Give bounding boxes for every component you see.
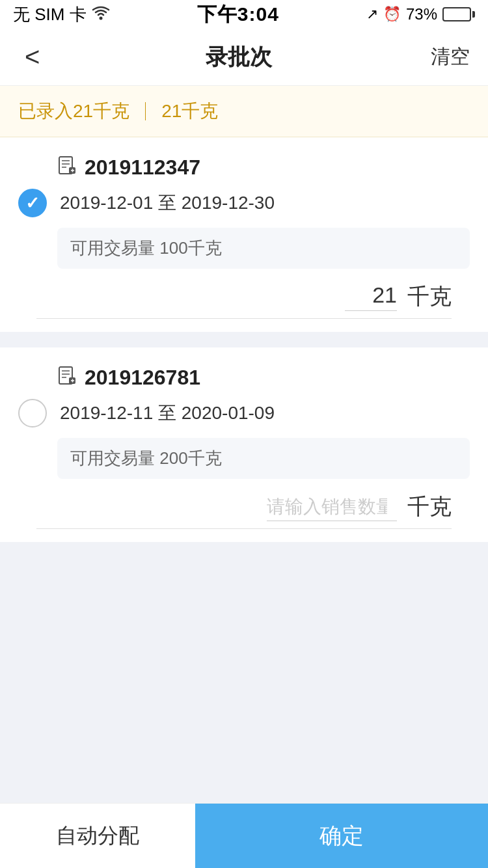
batch-header-2: 2019126781 xyxy=(57,366,470,390)
separator-2 xyxy=(36,528,452,529)
page-title: 录批次 xyxy=(206,42,272,72)
batch-date-2: 2019-12-11 至 2020-01-09 xyxy=(60,401,275,426)
bottom-bar: 自动分配 确定 xyxy=(0,803,488,868)
batch-date-row-2[interactable]: 2019-12-11 至 2020-01-09 xyxy=(18,399,470,427)
batch-date-1: 2019-12-01 至 2019-12-30 xyxy=(60,191,275,215)
status-bar: 无 SIM 卡 下午3:04 ↗ ⏰ 73% xyxy=(0,0,488,29)
wifi-icon xyxy=(92,5,110,25)
batch-doc-icon-2 xyxy=(57,366,77,390)
status-right: ↗ ⏰ 73% xyxy=(366,5,475,23)
batch-date-row-1[interactable]: 2019-12-01 至 2019-12-30 xyxy=(18,189,470,217)
back-button[interactable]: < xyxy=(18,36,46,78)
battery-icon xyxy=(442,7,475,21)
location-icon: ↗ xyxy=(366,6,378,23)
quantity-row-2: 千克 xyxy=(18,479,470,528)
quantity-value-1: 21 xyxy=(345,282,397,311)
confirm-button[interactable]: 确定 xyxy=(195,804,488,868)
summary-value: 21千克 xyxy=(161,99,218,124)
summary-bar: 已录入21千克 21千克 xyxy=(0,86,488,137)
battery-percent: 73% xyxy=(406,5,437,23)
batch-header-1: 2019112347 xyxy=(57,156,470,180)
quantity-unit-2: 千克 xyxy=(407,492,452,522)
batch-item-2: 2019126781 2019-12-11 至 2020-01-09 可用交易量… xyxy=(0,340,488,542)
svg-point-0 xyxy=(99,16,102,20)
batch-available-2: 可用交易量 200千克 xyxy=(57,438,470,479)
quantity-row-1: 21 千克 xyxy=(18,269,470,318)
batch-doc-icon-1 xyxy=(57,156,77,180)
auto-distribute-button[interactable]: 自动分配 xyxy=(0,804,195,868)
summary-divider xyxy=(145,102,146,120)
batch-id-2: 2019126781 xyxy=(85,366,200,390)
status-left: 无 SIM 卡 xyxy=(13,3,110,26)
quantity-unit-1: 千克 xyxy=(407,282,452,312)
quantity-input-2[interactable] xyxy=(267,493,397,521)
time-display: 下午3:04 xyxy=(197,1,279,28)
radio-2[interactable] xyxy=(18,399,47,427)
alarm-icon: ⏰ xyxy=(383,6,401,23)
batch-available-1: 可用交易量 100千克 xyxy=(57,228,470,269)
batch-item-1: 2019112347 2019-12-01 至 2019-12-30 可用交易量… xyxy=(0,137,488,332)
carrier-text: 无 SIM 卡 xyxy=(13,3,87,26)
batch-id-1: 2019112347 xyxy=(85,156,200,180)
clear-button[interactable]: 清空 xyxy=(431,44,470,70)
separator-1 xyxy=(36,318,452,319)
radio-1[interactable] xyxy=(18,189,47,217)
nav-bar: < 录批次 清空 xyxy=(0,29,488,86)
summary-label: 已录入21千克 xyxy=(18,99,129,124)
